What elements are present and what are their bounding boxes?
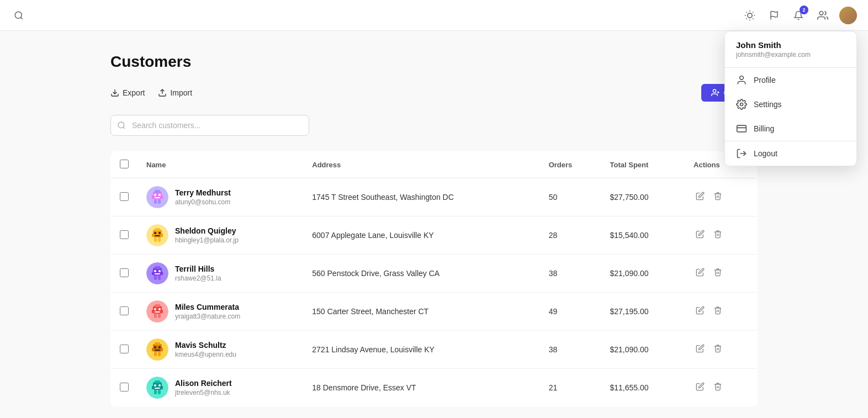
svg-rect-70: [155, 350, 160, 351]
edit-button-4[interactable]: [694, 304, 707, 319]
theme-icon[interactable]: [742, 8, 758, 23]
profile-icon: [736, 75, 747, 86]
dropdown-email: johnsmith@example.com: [736, 51, 845, 59]
svg-rect-37: [155, 228, 160, 231]
svg-rect-52: [161, 272, 163, 275]
select-all-checkbox[interactable]: [120, 160, 129, 168]
customer-name-cell: Terry Medhurst atuny0@sohu.com: [137, 178, 303, 216]
delete-button-4[interactable]: [711, 304, 724, 319]
customer-avatar: [146, 224, 168, 246]
orders-cell: 50: [540, 178, 601, 216]
export-button[interactable]: Export: [110, 86, 145, 99]
address-cell: 1745 T Street Southeast, Washington DC: [303, 178, 539, 216]
table-row: Terrill Hills rshawe2@51.la 560 Penstock…: [111, 255, 758, 293]
delete-button-3[interactable]: [711, 266, 724, 281]
edit-button-5[interactable]: [694, 342, 707, 357]
svg-point-39: [158, 232, 161, 234]
svg-rect-15: [737, 125, 747, 132]
customer-name: Alison Reichert: [175, 379, 232, 388]
action-cell: [694, 189, 748, 205]
svg-rect-43: [154, 237, 157, 242]
flag-icon[interactable]: [766, 8, 782, 23]
dropdown-user-info: John Smith johnsmith@example.com: [725, 31, 856, 68]
total-spent-cell: $11,655.00: [601, 369, 685, 407]
svg-rect-72: [161, 348, 163, 351]
user-dropdown: John Smith johnsmith@example.com Profile…: [724, 31, 857, 166]
search-icon-input: [117, 121, 126, 130]
actions-cell: [685, 216, 757, 255]
customer-info: Mavis Schultz kmeus4@upenn.edu: [175, 341, 236, 358]
row-checkbox-cell: [111, 216, 138, 255]
svg-rect-71: [152, 348, 154, 351]
header-right: 2: [742, 7, 857, 24]
row-checkbox-3[interactable]: [120, 268, 129, 277]
search-input[interactable]: [110, 115, 309, 136]
users-icon[interactable]: [815, 8, 830, 23]
table-row: Terry Medhurst atuny0@sohu.com 1745 T St…: [111, 178, 758, 216]
logout-label: Logout: [754, 149, 777, 158]
svg-rect-73: [154, 352, 157, 356]
svg-rect-80: [155, 388, 160, 389]
orders-cell: 28: [540, 216, 601, 255]
notification-icon[interactable]: 2: [791, 8, 806, 23]
row-checkbox-5[interactable]: [120, 345, 129, 353]
svg-point-14: [740, 103, 743, 106]
svg-rect-34: [158, 199, 161, 204]
customer-email: rshawe2@51.la: [175, 274, 221, 282]
customer-name: Terrill Hills: [175, 264, 221, 273]
settings-icon: [736, 99, 747, 110]
import-button[interactable]: Import: [158, 86, 192, 99]
delete-button-2[interactable]: [711, 227, 724, 243]
customers-table: Name Address Orders Total Spent Actions: [110, 151, 758, 407]
delete-button-1[interactable]: [711, 189, 724, 205]
customer-email: jtreleven5@nhs.uk: [175, 389, 232, 396]
table-row: Sheldon Quigley hbingley1@plala.or.jp 60…: [111, 216, 758, 255]
address-cell: 560 Penstock Drive, Grass Valley CA: [303, 255, 539, 293]
customer-cell: Miles Cummerata yraigatt3@nature.com: [146, 300, 294, 322]
row-checkbox-cell: [111, 369, 138, 407]
table-row: Mavis Schultz kmeus4@upenn.edu 2721 Lind…: [111, 331, 758, 369]
table-header: Name Address Orders Total Spent Actions: [111, 152, 758, 178]
customer-info: Miles Cummerata yraigatt3@nature.com: [175, 303, 240, 320]
row-checkbox-1[interactable]: [120, 192, 129, 201]
delete-button-5[interactable]: [711, 342, 724, 357]
edit-button-3[interactable]: [694, 266, 707, 281]
import-label: Import: [170, 88, 192, 97]
svg-point-58: [154, 308, 156, 310]
row-checkbox-6[interactable]: [120, 383, 129, 391]
svg-rect-82: [161, 386, 163, 389]
dropdown-settings[interactable]: Settings: [725, 92, 856, 117]
avatar[interactable]: [839, 7, 857, 24]
svg-rect-32: [161, 195, 163, 199]
toolbar: Export Import Create: [110, 84, 758, 102]
customer-cell: Mavis Schultz kmeus4@upenn.edu: [146, 338, 294, 361]
export-label: Export: [123, 88, 145, 97]
row-checkbox-4[interactable]: [120, 306, 129, 315]
svg-point-48: [154, 270, 156, 272]
dropdown-billing[interactable]: Billing: [725, 117, 856, 141]
search-icon[interactable]: [11, 8, 27, 23]
svg-line-10: [753, 12, 753, 12]
svg-rect-33: [154, 199, 157, 204]
address-cell: 150 Carter Street, Manchester CT: [303, 293, 539, 331]
edit-button-1[interactable]: [694, 189, 707, 205]
svg-point-78: [154, 384, 156, 387]
actions-cell: [685, 331, 757, 369]
dropdown-logout[interactable]: Logout: [725, 141, 856, 166]
delete-button-6[interactable]: [711, 380, 724, 395]
customer-cell: Terrill Hills rshawe2@51.la: [146, 262, 294, 284]
actions-cell: [685, 255, 757, 293]
row-checkbox-2[interactable]: [120, 230, 129, 239]
dropdown-profile[interactable]: Profile: [725, 68, 856, 92]
header: 2: [0, 0, 868, 31]
customer-name-cell: Alison Reichert jtreleven5@nhs.uk: [137, 369, 303, 407]
svg-rect-63: [154, 314, 157, 318]
edit-button-2[interactable]: [694, 227, 707, 243]
total-spent-column-header: Total Spent: [601, 152, 685, 178]
customer-cell: Sheldon Quigley hbingley1@plala.or.jp: [146, 224, 294, 246]
svg-rect-41: [152, 234, 154, 237]
billing-label: Billing: [754, 124, 774, 133]
edit-button-6[interactable]: [694, 380, 707, 395]
header-left: [11, 8, 27, 23]
logout-icon: [736, 148, 747, 159]
